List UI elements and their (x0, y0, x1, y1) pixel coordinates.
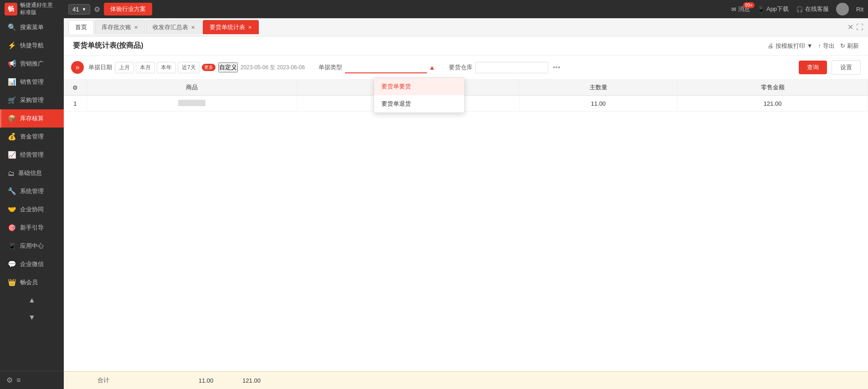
sidebar-item-system[interactable]: 🔧系统管理 (0, 182, 64, 200)
sidebar-item-app-center[interactable]: 📱应用中心 (0, 237, 64, 255)
type-chevron-up-icon[interactable]: ▲ (429, 64, 435, 71)
business-icon: 📈 (8, 151, 16, 159)
date-range-display: 2023-05-06 至 2023-06-06 (241, 64, 305, 72)
sidebar-item-label: 销售管理 (20, 78, 44, 86)
type-select-input[interactable] (345, 62, 427, 73)
sidebar-item-quick-nav[interactable]: ⚡快捷导航 (0, 36, 64, 55)
date-quick-buttons: 上月 本月 本年 近7天 更多 (115, 62, 216, 73)
sidebar-item-marketing[interactable]: 📢营销推广 (0, 55, 64, 73)
base-info-icon: 🗂 (8, 169, 15, 177)
app-icon: 📱 (757, 6, 765, 13)
summary-qty: 11.00 (183, 377, 229, 384)
cell-amount: 121.00 (678, 96, 868, 112)
sidebar-item-label: 系统管理 (20, 187, 44, 195)
last-month-button[interactable]: 上月 (115, 62, 134, 73)
warehouse-more-icon[interactable]: ••• (553, 63, 560, 72)
topbar-right: ✉ 消息 99+ 📱 App下载 🎧 在线客服 Rit (731, 3, 863, 15)
table-row: 1 块 11.00 121.00 (64, 96, 868, 112)
col-settings[interactable]: ⚙ (64, 80, 87, 96)
sidebar-item-label: 基础信息 (18, 169, 42, 177)
chevron-down-icon: ▼ (807, 42, 813, 49)
tab-close-icon[interactable]: ✕ (191, 25, 195, 31)
sidebar-item-finance[interactable]: 💰资金管理 (0, 128, 64, 146)
app-logo: 畅 畅捷通好生意 标准版 (5, 2, 68, 16)
page-title: 要货单统计表(按商品) (73, 41, 144, 51)
sidebar-scroll-down[interactable]: ▼ (28, 311, 36, 324)
last-7-days-button[interactable]: 近7天 (178, 62, 200, 73)
service-btn[interactable]: 🎧 在线客服 (796, 5, 829, 13)
user-avatar[interactable] (836, 3, 849, 15)
sidebar-menu-icon[interactable]: ≡ (16, 376, 21, 384)
sidebar-item-label: 经营管理 (20, 151, 44, 159)
tab-close-icon[interactable]: ✕ (248, 25, 252, 31)
export-button[interactable]: ↑ 导出 (818, 42, 835, 50)
finance-icon: 💰 (8, 133, 16, 141)
sidebar-item-base-info[interactable]: 🗂基础信息 (0, 164, 64, 182)
tab-close-icon[interactable]: ✕ (134, 25, 138, 31)
sidebar-item-inventory[interactable]: 📦库存核算 (0, 109, 64, 128)
app-download-btn[interactable]: 📱 App下载 (757, 5, 789, 13)
sidebar-item-label: 畅会员 (20, 278, 38, 287)
sidebar-item-label: 新手引导 (20, 224, 44, 232)
type-filter-group: 单据类型 ▲ (318, 62, 435, 73)
dropdown-item-要货单退货[interactable]: 要货单退货 (374, 95, 464, 113)
this-year-button[interactable]: 本年 (157, 62, 176, 73)
type-dropdown: 要货单要货要货单退货 (374, 77, 465, 113)
cell-index: 1 (64, 96, 87, 112)
tab-order-stats[interactable]: 要货单统计表✕ (203, 20, 259, 34)
tab-home[interactable]: 首页 (68, 20, 94, 34)
enterprise-icon: 🤝 (8, 205, 16, 214)
product-blurred (178, 100, 205, 106)
sidebar-item-label: 企业协同 (20, 205, 44, 214)
summary-row: 合计 11.00 121.00 (64, 371, 868, 389)
dropdown-item-要货单要货[interactable]: 要货单要货 (374, 78, 464, 95)
topbar-center: 41 ▼ ⚙ 体验行业方案 (68, 3, 731, 15)
company-selector[interactable]: 41 ▼ (68, 4, 90, 15)
company-value: 41 (72, 6, 79, 13)
member-icon: 👑 (8, 278, 16, 287)
sidebar-item-business[interactable]: 📈经营管理 (0, 146, 64, 164)
summary-label: 合计 (92, 376, 183, 384)
trial-button[interactable]: 体验行业方案 (104, 3, 152, 15)
settings-button[interactable]: 设置 (832, 60, 861, 75)
filter-expand-button[interactable]: » (71, 61, 84, 74)
table-wrap: ⚙ 商品 主计量单位 主数量 零售金额 1 块 11.00 121.00 (64, 80, 868, 371)
tab-inventory-batch[interactable]: 库存批次账✕ (95, 20, 145, 34)
app-center-icon: 📱 (8, 242, 16, 250)
sidebar-item-purchase[interactable]: 🛒采购管理 (0, 91, 64, 109)
this-month-button[interactable]: 本月 (136, 62, 155, 73)
filter-bar: » 单据日期 上月 本月 本年 近7天 更多 自定义 2023-05-06 至 … (64, 56, 868, 80)
sidebar-gear-icon[interactable]: ⚙ (6, 376, 13, 384)
print-button[interactable]: 🖨 按模板打印 ▼ (768, 42, 813, 50)
sidebar-item-guide[interactable]: 🎯新手引导 (0, 219, 64, 237)
expand-window-button[interactable]: ⛶ (856, 23, 863, 31)
page-header-actions: 🖨 按模板打印 ▼ ↑ 导出 ↻ 刷新 (768, 42, 859, 50)
guide-icon: 🎯 (8, 224, 16, 232)
page-header: 要货单统计表(按商品) 🖨 按模板打印 ▼ ↑ 导出 ↻ 刷新 (64, 36, 868, 56)
sidebar-item-label: 库存核算 (20, 114, 44, 123)
close-window-button[interactable]: ✕ (847, 23, 853, 31)
sidebar-item-search[interactable]: 🔍搜索菜单 (0, 18, 64, 36)
topbar-gear-icon[interactable]: ⚙ (94, 5, 100, 14)
query-button[interactable]: 查询 (799, 61, 827, 74)
sidebar-item-enterprise[interactable]: 🤝企业协同 (0, 200, 64, 219)
message-btn[interactable]: ✉ 消息 99+ (731, 5, 750, 13)
refresh-button[interactable]: ↻ 刷新 (840, 42, 859, 50)
warehouse-filter-input[interactable] (475, 62, 548, 73)
sidebar-bottom: ⚙ ≡ (0, 371, 64, 389)
sidebar-item-sales[interactable]: 📊销售管理 (0, 73, 64, 91)
tab-collection-summary[interactable]: 收发存汇总表✕ (146, 20, 202, 34)
col-qty: 主数量 (519, 80, 677, 96)
main-layout: 🔍搜索菜单⚡快捷导航📢营销推广📊销售管理🛒采购管理📦库存核算💰资金管理📈经营管理… (0, 18, 868, 389)
topbar: 畅 畅捷通好生意 标准版 41 ▼ ⚙ 体验行业方案 ✉ 消息 99+ 📱 Ap… (0, 0, 868, 18)
more-dates-badge[interactable]: 更多 (202, 64, 216, 71)
custom-date-button[interactable]: 自定义 (218, 62, 238, 72)
type-filter-label: 单据类型 (318, 63, 342, 72)
sidebar-scroll-up[interactable]: ▲ (28, 293, 36, 307)
sidebar-item-label: 资金管理 (20, 133, 44, 141)
sidebar-item-label: 应用中心 (20, 242, 44, 250)
sidebar-item-wechat[interactable]: 💬企业微信 (0, 255, 64, 273)
print-icon: 🖨 (768, 42, 774, 49)
purchase-icon: 🛒 (8, 96, 16, 104)
sidebar-item-member[interactable]: 👑畅会员 (0, 273, 64, 292)
